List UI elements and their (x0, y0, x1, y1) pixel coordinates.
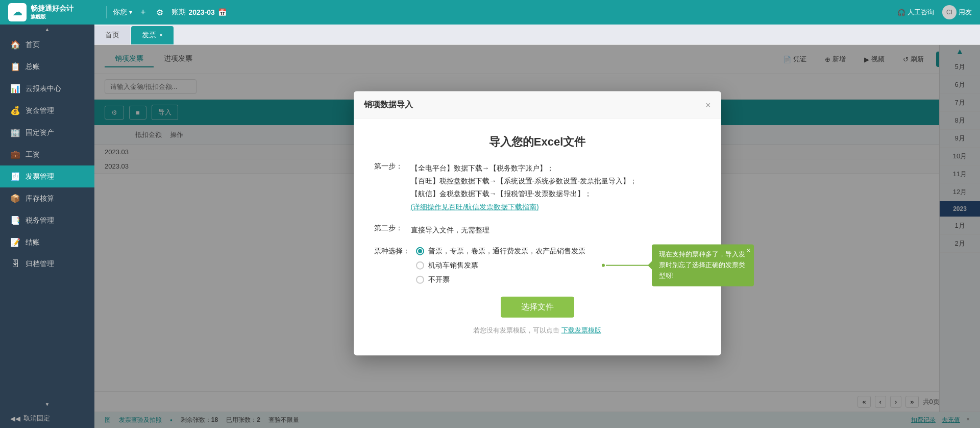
step1-label: 第一步： (374, 162, 405, 213)
radio-none-circle (416, 276, 424, 284)
main-layout: ▲ 🏠 首页 📋 总账 📊 云报表中心 💰 资金管理 🏢 固定资产 💼 工资 🧾… (0, 25, 980, 428)
guide-link[interactable]: (详细操作见百旺/航信发票数据下载指南) (411, 202, 539, 210)
step-1: 第一步： 【全电平台】数据下载→【税务数字账户】； 【百旺】税控盘数据下载→【系… (374, 162, 701, 213)
radio-motor[interactable]: 机动车销售发票 × 现在支持的票种多了，导入发票时别忘了选择正确的发票类型呀! (416, 261, 585, 270)
sidebar-label-payroll: 工资 (26, 150, 40, 159)
tooltip-dot (601, 263, 606, 268)
radio-motor-circle (416, 261, 424, 270)
add-button[interactable]: + (138, 5, 148, 20)
logo-text: 畅捷通好会计 旗舰版 (31, 4, 74, 20)
avatar: CI (942, 5, 957, 19)
step2-content: 直接导入文件，无需整理 (411, 223, 489, 236)
logo: ☁ 畅捷通好会计 旗舰版 (8, 3, 100, 21)
payroll-icon: 💼 (10, 150, 20, 159)
inner-content: 销项发票 进项发票 📄 凭证 ⊕ 新增 ▶ (94, 45, 980, 428)
radio-none[interactable]: 不开票 (416, 275, 585, 284)
sidebar-label-inventory: 库存核算 (26, 194, 54, 203)
sidebar-scroll-up[interactable]: ▲ (0, 25, 94, 34)
finance-icon: 💰 (10, 106, 20, 115)
step1-line-2: 【百旺】税控盘数据下载→【系统设置-系统参数设置-发票批量导入】； (411, 175, 637, 187)
radio-group: 普票，专票，卷票，通行费发票，农产品销售发票 机动车销售发票 (416, 247, 585, 284)
inventory-icon: 📦 (10, 194, 20, 203)
ledger-icon: 📋 (10, 62, 20, 72)
ticket-select: 票种选择： 普票，专票，卷票，通行费发票，农产品销售发票 机动车销售发票 (374, 247, 701, 284)
sidebar-label-finance: 资金管理 (26, 106, 54, 115)
sidebar-label-ledger: 总账 (26, 62, 40, 72)
sidebar-item-invoice[interactable]: 🧾 发票管理 (0, 165, 94, 187)
sidebar-label-assets: 固定资产 (26, 128, 54, 137)
sidebar-label-archive: 归档管理 (26, 259, 54, 269)
ticket-select-label: 票种选择： (374, 247, 410, 256)
tab-bar: 首页 发票 × (94, 25, 980, 45)
calendar-icon: 📅 (218, 8, 227, 16)
close-period-icon: 📝 (10, 237, 20, 247)
sidebar-item-tax[interactable]: 📑 税务管理 (0, 209, 94, 231)
sidebar-item-assets[interactable]: 🏢 固定资产 (0, 122, 94, 144)
archive-icon: 🗄 (10, 259, 20, 269)
headset-icon: 🎧 (897, 9, 905, 16)
modal-close-btn[interactable]: × (705, 100, 711, 109)
tab-close-icon[interactable]: × (159, 32, 163, 39)
sidebar-item-archive[interactable]: 🗄 归档管理 (0, 253, 94, 275)
modal-big-title: 导入您的Excel文件 (374, 134, 701, 150)
divider (106, 6, 107, 18)
step2-label: 第二步： (374, 223, 405, 236)
select-file-btn[interactable]: 选择文件 (501, 297, 574, 318)
download-template-link[interactable]: 下载发票模版 (561, 326, 601, 334)
step1-line-1: 【全电平台】数据下载→【税务数字账户】； (411, 162, 637, 175)
tooltip-line (606, 265, 652, 266)
cancel-pin-btn[interactable]: ◀◀ 取消固定 (0, 409, 94, 428)
step-2: 第二步： 直接导入文件，无需整理 (374, 223, 701, 236)
settings-button[interactable]: ⚙ (154, 6, 165, 19)
sidebar-item-payroll[interactable]: 💼 工资 (0, 144, 94, 165)
template-link-area: 若您没有发票模版，可以点击 下载发票模版 (374, 326, 701, 335)
modal-body: 导入您的Excel文件 第一步： 【全电平台】数据下载→【税务数字账户】； 【百… (354, 119, 721, 355)
sidebar-label-invoice: 发票管理 (26, 172, 54, 181)
dropdown-arrow-icon: ▾ (129, 9, 132, 16)
assets-icon: 🏢 (10, 128, 20, 137)
period-display: 账期 2023-03 📅 (172, 8, 227, 17)
sidebar-item-close[interactable]: 📝 结账 (0, 231, 94, 253)
step1-line-3: 【航信】金税盘数据下载→【报税管理-发票数据导出】； (411, 187, 637, 200)
invoice-icon: 🧾 (10, 172, 20, 181)
tab-home[interactable]: 首页 (94, 26, 130, 44)
tab-invoice[interactable]: 发票 × (131, 26, 174, 44)
modal-title: 销项数据导入 (364, 100, 413, 110)
sidebar-label-tax: 税务管理 (26, 216, 54, 225)
sidebar-item-report[interactable]: 📊 云报表中心 (0, 78, 94, 100)
step1-link: (详细操作见百旺/航信发票数据下载指南) (411, 200, 637, 213)
radio-normal[interactable]: 普票，专票，卷票，通行费发票，农产品销售发票 (416, 247, 585, 256)
sidebar-item-home[interactable]: 🏠 首页 (0, 34, 94, 56)
sidebar-label-report: 云报表中心 (26, 84, 61, 93)
sidebar-label-close: 结账 (26, 238, 40, 247)
logo-icon: ☁ (8, 3, 27, 21)
home-icon: 🏠 (10, 40, 20, 50)
report-icon: 📊 (10, 84, 20, 93)
import-modal: 销项数据导入 × 导入您的Excel文件 第一步： 【全电平台】数据下载→【税务… (354, 91, 721, 355)
radio-normal-circle (416, 247, 424, 255)
user-menu[interactable]: CI 用友 (942, 5, 972, 19)
step1-content: 【全电平台】数据下载→【税务数字账户】； 【百旺】税控盘数据下载→【系统设置-系… (411, 162, 637, 213)
company-dropdown[interactable]: 你您 ▾ (113, 8, 132, 17)
support-btn[interactable]: 🎧 人工咨询 (897, 8, 934, 17)
sidebar-item-finance[interactable]: 💰 资金管理 (0, 100, 94, 122)
sidebar-label-home: 首页 (26, 40, 40, 50)
tax-icon: 📑 (10, 216, 20, 225)
top-bar: ☁ 畅捷通好会计 旗舰版 你您 ▾ + ⚙ 账期 2023-03 📅 🎧 人工咨… (0, 0, 980, 25)
modal-header: 销项数据导入 × (354, 91, 721, 119)
sidebar-item-ledger[interactable]: 📋 总账 (0, 56, 94, 78)
sidebar-scroll-down[interactable]: ▼ (0, 399, 94, 409)
pin-icon: ◀◀ (10, 415, 20, 422)
content-area: 首页 发票 × 销项发票 进项发票 📄 凭证 (94, 25, 980, 428)
sidebar: ▲ 🏠 首页 📋 总账 📊 云报表中心 💰 资金管理 🏢 固定资产 💼 工资 🧾… (0, 25, 94, 428)
sidebar-item-inventory[interactable]: 📦 库存核算 (0, 187, 94, 209)
top-right-area: 🎧 人工咨询 CI 用友 (897, 5, 972, 19)
